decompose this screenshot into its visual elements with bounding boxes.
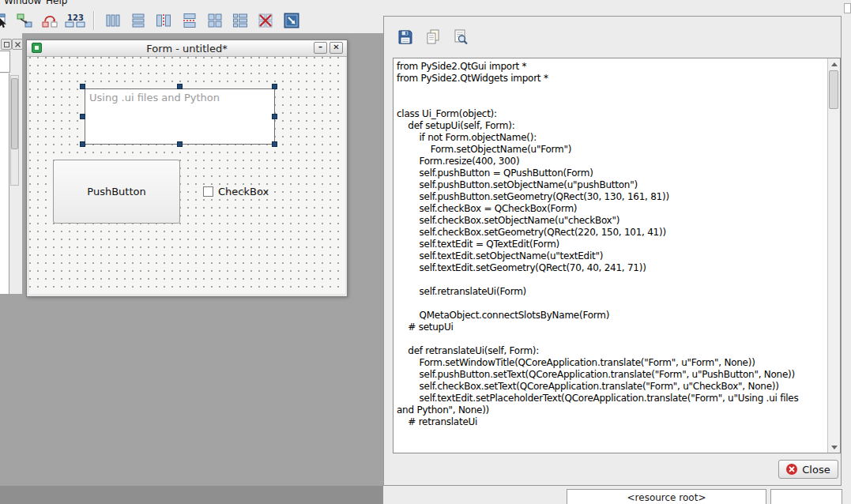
layout-vertical-splitter-icon[interactable] [179, 10, 200, 31]
resource-panel-fragment[interactable] [770, 489, 842, 504]
copy-icon[interactable] [423, 27, 443, 47]
textedit-placeholder: Using .ui files and Python [89, 92, 270, 103]
code-area[interactable]: from PySide2.QtGui import *from PySide2.… [393, 58, 841, 453]
checkbox-widget[interactable]: CheckBox [203, 175, 283, 208]
break-layout-icon[interactable] [255, 10, 276, 31]
code-preview-dialog: from PySide2.QtGui import *from PySide2.… [383, 16, 842, 486]
selection-handle-bottom-right[interactable] [272, 141, 277, 147]
selection-handle-top-left[interactable] [80, 84, 85, 89]
layout-vertical-icon[interactable] [128, 10, 149, 31]
code-line [397, 96, 828, 108]
layout-horizontal-icon[interactable] [103, 10, 123, 31]
layout-horizontal-splitter-icon[interactable] [153, 10, 174, 31]
edit-signals-slots-icon[interactable] [14, 10, 35, 31]
edit-tab-order-icon[interactable]: 123 [63, 10, 87, 31]
code-line: self.pushButton.setObjectName(u"pushButt… [397, 179, 828, 191]
code-line: self.checkBox.setGeometry(QRect(220, 150… [397, 227, 828, 239]
mdi-area-left [0, 294, 22, 504]
selection-handle-bottom-left[interactable] [80, 141, 85, 147]
adjust-size-icon[interactable] [281, 10, 302, 31]
widgetbox-scrollbar-thumb[interactable] [11, 78, 18, 149]
edit-widgets-icon[interactable] [0, 10, 11, 31]
selection-handle-middle-right[interactable] [272, 114, 277, 119]
code-line: and Python", None)) [397, 404, 828, 416]
code-content[interactable]: from PySide2.QtGui import *from PySide2.… [393, 58, 828, 451]
code-line: from PySide2.QtWidgets import * [397, 73, 828, 85]
form-minimize-button[interactable]: – [314, 42, 327, 54]
code-line: self.checkBox.setObjectName(u"checkBox") [397, 215, 828, 227]
code-line [397, 85, 828, 96]
code-line: QMetaObject.connectSlotsByName(Form) [397, 310, 828, 322]
selection-handle-middle-left[interactable] [80, 114, 85, 119]
find-icon[interactable] [450, 27, 471, 47]
code-line: Form.resize(400, 300) [397, 156, 828, 167]
dock-float-button[interactable] [1, 39, 12, 50]
code-line: self.textEdit = QTextEdit(Form) [397, 239, 828, 250]
top-right-panel-fragment [844, 3, 851, 13]
pushbutton-widget[interactable]: PushButton [53, 160, 180, 224]
code-line: self.pushButton.setText(QCoreApplication… [397, 369, 828, 381]
checkbox-label: CheckBox [218, 186, 269, 197]
toolbar-separator [93, 11, 95, 30]
code-line: self.textEdit.setPlaceholderText(QCoreAp… [397, 393, 828, 404]
widgetbox-panel-fragment [0, 73, 9, 294]
code-line: from PySide2.QtGui import * [397, 61, 828, 73]
close-button-label: Close [802, 464, 830, 476]
code-line: self.checkBox.setText(QCoreApplication.t… [397, 381, 828, 393]
save-icon[interactable] [395, 27, 416, 47]
layout-grid-icon[interactable] [205, 10, 225, 31]
close-button[interactable]: Close [778, 460, 838, 479]
code-line: self.textEdit.setObjectName(u"textEdit") [397, 250, 828, 262]
textedit-widget[interactable]: Using .ui files and Python [85, 88, 275, 145]
pushbutton-label: PushButton [87, 186, 145, 197]
bottom-dock-strip [0, 486, 383, 504]
selection-handle-bottom-middle[interactable] [177, 141, 183, 147]
scroll-up-icon[interactable] [828, 58, 840, 70]
code-line: def setupUi(self, Form): [397, 120, 828, 132]
layout-form-icon[interactable] [230, 10, 250, 31]
widgetbox-filter-fragment[interactable] [0, 51, 10, 73]
widgetbox-scrollbar[interactable] [10, 75, 19, 186]
form-titlebar[interactable]: Form - untitled* – ✕ [27, 40, 347, 57]
menu-window[interactable]: Window [4, 0, 41, 6]
code-vertical-scrollbar[interactable] [827, 58, 840, 453]
scrollbar-thumb[interactable] [829, 70, 838, 109]
form-canvas[interactable]: Using .ui files and Python PushButton Ch… [29, 57, 345, 294]
code-line: def retranslateUi(self, Form): [397, 345, 828, 357]
code-line [397, 333, 828, 345]
code-line: self.pushButton.setGeometry(QRect(30, 13… [397, 191, 828, 203]
code-dialog-toolbar [395, 27, 471, 47]
code-line: class Ui_Form(object): [397, 108, 828, 120]
code-line: self.retranslateUi(Form) [397, 286, 828, 298]
menu-help[interactable]: Help [46, 0, 67, 6]
code-line: # setupUi [397, 322, 828, 333]
svg-text:123: 123 [67, 13, 84, 22]
scroll-down-icon[interactable] [828, 442, 840, 453]
code-line: Form.setWindowTitle(QCoreApplication.tra… [397, 357, 828, 369]
selection-handle-top-middle[interactable] [177, 84, 183, 89]
selection-handle-top-right[interactable] [272, 84, 277, 89]
edit-buddies-icon[interactable] [40, 10, 60, 31]
code-line: self.pushButton = QPushButton(Form) [397, 167, 828, 179]
code-line [397, 298, 828, 310]
dock-close-button[interactable] [12, 39, 23, 50]
form-window: Form - untitled* – ✕ Using .ui files and… [26, 39, 348, 297]
resource-root-item[interactable]: <resource root> [567, 489, 766, 504]
checkbox-indicator[interactable] [203, 186, 213, 197]
menubar: Window Help [0, 0, 379, 7]
code-line: if not Form.objectName(): [397, 132, 828, 144]
code-line: Form.setObjectName(u"Form") [397, 144, 828, 156]
code-line: self.checkBox = QCheckBox(Form) [397, 203, 828, 215]
code-line [397, 274, 828, 286]
code-line: self.textEdit.setGeometry(QRect(70, 40, … [397, 262, 828, 274]
form-window-title: Form - untitled* [27, 43, 347, 55]
form-close-button[interactable]: ✕ [329, 42, 343, 54]
main-toolbar: 123 [0, 7, 383, 33]
close-red-icon [786, 464, 797, 475]
code-line: # retranslateUi [397, 416, 828, 428]
